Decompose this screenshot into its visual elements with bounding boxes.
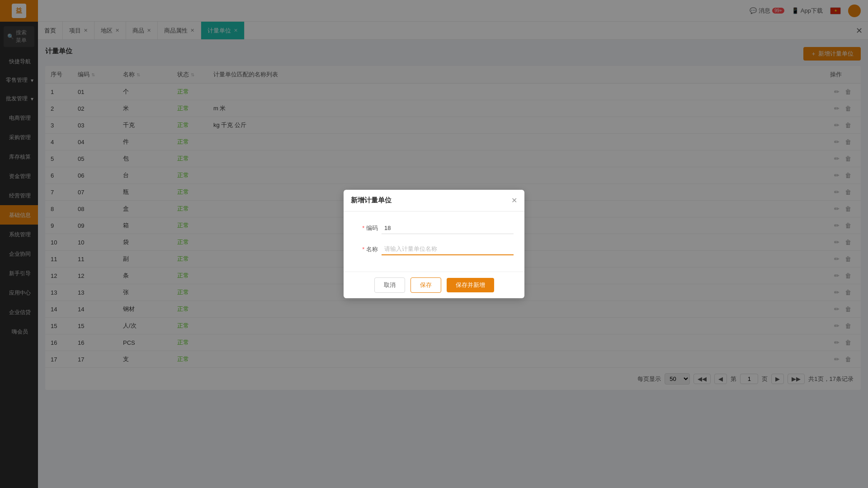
add-measure-unit-dialog: 新增计量单位 ✕ 编码 名称 取消 保存 保存并新增	[344, 190, 524, 298]
form-label-name: 名称	[354, 245, 382, 253]
code-input[interactable]	[382, 222, 514, 234]
form-row-code: 编码	[354, 222, 514, 234]
cancel-button[interactable]: 取消	[374, 277, 405, 293]
form-row-name: 名称	[354, 243, 514, 255]
dialog-title: 新增计量单位	[351, 196, 392, 205]
name-input[interactable]	[382, 243, 514, 255]
dialog-header: 新增计量单位 ✕	[344, 190, 524, 211]
dialog-close-button[interactable]: ✕	[511, 196, 517, 205]
save-button[interactable]: 保存	[410, 277, 441, 293]
dialog-body: 编码 名称	[344, 211, 524, 272]
form-label-code: 编码	[354, 224, 382, 232]
modal-overlay: 新增计量单位 ✕ 编码 名称 取消 保存 保存并新增	[0, 0, 868, 488]
dialog-footer: 取消 保存 保存并新增	[344, 272, 524, 298]
save-and-new-button[interactable]: 保存并新增	[447, 278, 494, 292]
